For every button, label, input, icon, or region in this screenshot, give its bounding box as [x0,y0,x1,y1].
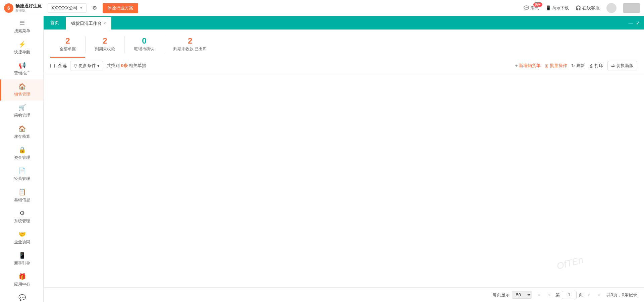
sidebar-item-marketing[interactable]: 📢 营销推广 [0,58,43,79]
refresh-icon: ↻ [571,63,575,68]
sidebar-item-enterprise-wechat[interactable]: 💬 企业微信 [0,291,43,302]
print-button[interactable]: 🖨 打印 [589,63,603,69]
sidebar-label-beginner-guide: 新手引导 [14,260,30,266]
new-order-button[interactable]: + 新增销货单 [515,63,541,69]
tab-minimize-button[interactable]: — [629,20,633,25]
filter-arrow-icon: ▾ [97,63,100,68]
online-service-icon: 🎧 [576,5,581,10]
sidebar-item-basic-info[interactable]: 📋 基础信息 [0,185,43,206]
capital-icon: 🔒 [18,146,26,154]
stat-tab-unshipped[interactable]: 2 到期未收款 已出库 [164,34,216,58]
logo-subtitle: 标准版 [15,8,42,12]
system-icon: ⚙ [19,209,25,217]
app-download-label: App下载 [552,5,569,11]
sidebar-item-inventory[interactable]: 🏠 库存核算 [0,122,43,143]
print-icon: 🖨 [589,63,593,68]
batch-operation-button[interactable]: ⊞ 批量操作 [545,63,567,69]
sidebar-item-enterprise-collab[interactable]: 🤝 企业协同 [0,227,43,248]
company-selector[interactable]: XXXXXX公司 ▼ [48,3,87,13]
sales-icon: 🏠 [18,83,26,90]
prev-page-button[interactable]: < [545,291,553,299]
experience-button[interactable]: 体验行业方案 [103,3,138,13]
sidebar-item-app-center[interactable]: 🎁 应用中心 [0,269,43,291]
page-label: 第 [555,292,560,298]
stat-tab-all[interactable]: 2 全部单据 [50,34,85,58]
sidebar-item-sales-mgmt[interactable]: 🏠 销售管理 [0,79,43,101]
page-size-select[interactable]: 10 20 50 100 [512,291,532,299]
logo-icon: 6 [4,3,13,13]
online-service-button[interactable]: 🎧 在线客服 [576,5,600,11]
page-input[interactable] [562,291,577,299]
next-page-button[interactable]: > [585,291,593,299]
batch-label: 批量操作 [550,63,567,69]
main-layout: ☰ 搜索菜单 ⚡ 快捷导航 📢 营销推广 🏠 销售管理 🛒 采购管理 🏠 库存核… [0,16,644,302]
company-name: XXXXXX公司 [51,5,77,11]
pagination: « < 第 页 > » [535,291,603,299]
tab-home[interactable]: 首页 [44,16,66,29]
basic-info-icon: 📋 [18,188,26,196]
logo-area: 6 畅捷通好生意 标准版 [4,3,48,13]
refresh-button[interactable]: ↻ 刷新 [571,63,585,69]
sidebar: ☰ 搜索菜单 ⚡ 快捷导航 📢 营销推广 🏠 销售管理 🛒 采购管理 🏠 库存核… [0,16,44,302]
marketing-icon: 📢 [18,62,26,69]
all-orders-count: 2 [65,36,70,46]
page-content: 2 全部单据 2 到期未收款 0 旺辅待确认 2 到期未收款 已出库 [44,29,644,302]
footer: 每页显示 10 20 50 100 « < 第 页 > » [44,287,644,302]
page-size-label: 每页显示 [492,292,510,298]
switch-version-button[interactable]: ⇄ 切换新版 [607,61,637,70]
user-name[interactable] [623,3,640,13]
messages-button[interactable]: 💬 消息 99+ [524,5,539,11]
settings-icon: ⚙ [92,5,97,11]
select-all-checkbox[interactable] [50,64,55,68]
sidebar-item-capital-mgmt[interactable]: 🔒 资金管理 [0,143,43,164]
filter-button[interactable]: ▽ 更多条件 ▾ [70,61,103,70]
stat-tab-overdue[interactable]: 2 到期未收款 [86,34,124,58]
tab-maximize-button[interactable]: ⤢ [636,20,640,25]
found-count: 0条 [121,63,128,68]
inventory-icon: 🏠 [18,125,26,132]
sidebar-item-quick-nav[interactable]: ⚡ 快捷导航 [0,37,43,58]
tab-close-button[interactable]: × [104,21,106,26]
ops-icon: 📄 [18,167,26,175]
sidebar-label-app-center: 应用中心 [14,282,30,287]
header-right: 💬 消息 99+ 📱 App下载 🎧 在线客服 [524,3,640,13]
found-prefix: 共找到 [107,63,120,68]
all-orders-label: 全部单据 [60,46,76,52]
select-all-label: 全选 [58,63,67,69]
purchase-icon: 🛒 [18,104,26,111]
sidebar-item-beginner-guide[interactable]: 📱 新手引导 [0,248,43,269]
sidebar-item-system-mgmt[interactable]: ⚙ 系统管理 [0,206,43,227]
page-size-selector: 每页显示 10 20 50 100 [492,291,532,299]
tab-bar-actions: — ⤢ [629,20,644,25]
batch-icon: ⊞ [545,63,548,68]
logo-title: 畅捷通好生意 [15,3,42,9]
settings-button[interactable]: ⚙ [89,3,100,13]
top-header: 6 畅捷通好生意 标准版 XXXXXX公司 ▼ ⚙ 体验行业方案 💬 消息 99… [0,0,644,16]
sidebar-item-ops-mgmt[interactable]: 📄 经营管理 [0,164,43,185]
stat-tab-wangpu[interactable]: 0 旺辅待确认 [125,34,164,58]
first-page-button[interactable]: « [535,291,543,299]
sidebar-item-purchase-mgmt[interactable]: 🛒 采购管理 [0,101,43,122]
sidebar-label-marketing: 营销推广 [14,70,30,76]
tab-active[interactable]: 钱货日清工作台 × [66,17,111,30]
sidebar-label-ops-mgmt: 经营管理 [14,176,30,182]
sidebar-label-enterprise-collab: 企业协同 [14,239,30,245]
app-download-icon: 📱 [546,5,551,10]
sidebar-item-search-menu[interactable]: ☰ 搜索菜单 [0,16,43,37]
page-suffix: 页 [579,292,583,298]
message-icon: 💬 [524,5,529,10]
beginner-guide-icon: 📱 [18,252,26,259]
wangpu-count: 0 [142,36,146,46]
logo-text: 畅捷通好生意 标准版 [15,3,42,13]
sidebar-label-quick-nav: 快捷导航 [14,49,30,55]
content-area: 首页 钱货日清工作台 × — ⤢ 2 全部单据 2 到期未收款 [44,16,644,302]
last-page-button[interactable]: » [595,291,603,299]
switch-icon: ⇄ [611,63,615,68]
search-menu-icon: ☰ [19,19,25,27]
switch-label: 切换新版 [616,63,634,69]
wangpu-label: 旺辅待确认 [134,46,154,52]
sidebar-label-sales-mgmt: 销售管理 [14,92,30,97]
unshipped-count: 2 [188,36,192,46]
app-download-button[interactable]: 📱 App下载 [546,5,569,11]
avatar[interactable] [606,3,616,13]
